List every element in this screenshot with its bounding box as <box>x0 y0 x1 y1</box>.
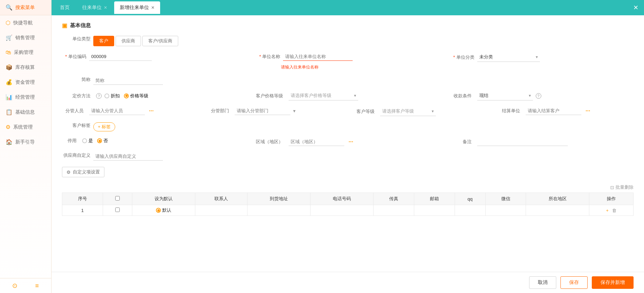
chevron-down-icon: ▾ <box>354 93 356 98</box>
sidebar-item-guide[interactable]: 🏠 新手引导 <box>0 135 51 149</box>
disable-radio-group: 是 否 <box>82 138 108 144</box>
unit-code-label: 单位编码 <box>62 54 86 60</box>
pricing-row: 定价方法 ? 折扣 价格等级 客户价格等级 请选择客户价格等级 <box>62 91 634 100</box>
row-email <box>414 205 455 216</box>
tab-home[interactable]: 首页 <box>54 1 75 14</box>
batch-delete-label[interactable]: 批量删除 <box>615 184 634 190</box>
manager-group: 分管人员 ··· <box>62 107 197 115</box>
manager-more-button[interactable]: ··· <box>148 108 155 114</box>
pricing-discount[interactable]: 折扣 <box>104 93 120 99</box>
col-address: 到货地址 <box>247 193 310 205</box>
settle-unit-input[interactable] <box>526 107 581 115</box>
row-wechat <box>485 205 526 216</box>
note-label: 备注 <box>450 139 474 145</box>
box-icon: 📦 <box>6 64 13 71</box>
pricing-help-icon[interactable]: ? <box>96 93 102 99</box>
col-action: 操作 <box>589 193 633 205</box>
sidebar-bottom-left-icon[interactable]: ⊙ <box>12 282 17 290</box>
sidebar-item-search[interactable]: 🔍 搜索菜单 <box>0 0 51 15</box>
row-checkbox-input[interactable] <box>115 207 120 212</box>
pricing-price-level[interactable]: 价格等级 <box>124 93 148 99</box>
tab-units-close[interactable]: ✕ <box>104 5 107 10</box>
type-btn-customer[interactable]: 客户 <box>93 36 114 46</box>
tab-close-all-button[interactable]: ✕ <box>630 2 641 13</box>
customer-level-select[interactable]: 请选择客户等级 ▾ <box>380 107 436 116</box>
save-button[interactable]: 保存 <box>560 276 588 289</box>
sidebar-item-inventory[interactable]: 📦 库存核算 <box>0 60 51 75</box>
settle-unit-more-button[interactable]: ··· <box>584 108 591 114</box>
select-all-checkbox[interactable] <box>115 196 120 201</box>
manager-input[interactable] <box>89 107 145 115</box>
col-wechat: 微信 <box>485 193 526 205</box>
default-radio[interactable] <box>156 208 161 213</box>
pricing-radio-group: 折扣 价格等级 <box>104 93 148 99</box>
tab-new-unit[interactable]: 新增往来单位 ✕ <box>114 1 160 14</box>
price-level-radio[interactable] <box>124 93 129 98</box>
delete-row-button[interactable]: 🗑 <box>612 208 616 213</box>
chevron-down-icon: ▾ <box>529 93 531 98</box>
row-fax <box>374 205 414 216</box>
add-row-button[interactable]: + <box>606 208 609 213</box>
no-radio[interactable] <box>97 138 102 143</box>
disable-label: 停用 <box>62 138 79 144</box>
type-btn-both[interactable]: 客户/供应商 <box>142 36 178 46</box>
col-checkbox <box>103 193 132 205</box>
row-checkbox <box>103 205 132 216</box>
chevron-down-icon: ▾ <box>536 55 538 59</box>
yes-radio[interactable] <box>82 138 87 143</box>
disable-yes[interactable]: 是 <box>82 138 93 144</box>
supplier-custom-input[interactable] <box>93 152 163 161</box>
discount-radio[interactable] <box>104 93 109 98</box>
batch-delete-icon: ⊡ <box>610 185 614 190</box>
unit-category-label: 单位分类 <box>450 54 474 60</box>
dept-input[interactable] <box>235 107 290 115</box>
pricing-group: 定价方法 ? 折扣 价格等级 <box>62 93 245 99</box>
tab-bar: 首页 往来单位 ✕ 新增往来单位 ✕ ✕ <box>52 0 644 15</box>
tab-units[interactable]: 往来单位 ✕ <box>77 1 113 14</box>
row-default-radio[interactable]: 默认 <box>136 207 191 213</box>
sidebar-item-purchase[interactable]: 🛍 采购管理 <box>0 45 51 60</box>
section-icon: ▣ <box>62 22 67 29</box>
unit-code-input[interactable] <box>89 52 152 61</box>
region-more-button[interactable]: ··· <box>347 139 354 145</box>
disable-no[interactable]: 否 <box>97 138 108 144</box>
bag-icon: 🛍 <box>6 49 11 56</box>
customer-price-select[interactable]: 请选择客户价格等级 ▾ <box>289 91 358 100</box>
add-tag-button[interactable]: + 标签 <box>93 122 115 131</box>
cancel-button[interactable]: 取消 <box>529 276 556 289</box>
unit-code-group: 单位编码 <box>62 52 245 61</box>
manager-row: 分管人员 ··· 分管部门 ▾ 客户等级 请选择客户等级 ▾ 结算单位 ··· <box>62 107 634 116</box>
search-icon: 🔍 <box>6 4 13 11</box>
unit-name-label: 单位名称 <box>256 54 280 60</box>
sidebar-item-sales[interactable]: 🛒 销售管理 <box>0 30 51 45</box>
tab-new-unit-close[interactable]: ✕ <box>151 5 155 10</box>
sidebar-item-basic-info[interactable]: 📋 基础信息 <box>0 105 51 120</box>
disable-group: 停用 是 否 <box>62 138 245 144</box>
list-icon: 📋 <box>6 109 13 115</box>
unit-name-input[interactable] <box>283 52 353 61</box>
unit-type-row: 单位类型 客户 供应商 客户/供应商 <box>62 36 634 46</box>
dept-group: 分管部门 ▾ <box>207 107 343 115</box>
custom-settings-area: ⚙ 自定义项设置 <box>62 167 634 181</box>
custom-settings-button[interactable]: ⚙ 自定义项设置 <box>62 167 104 177</box>
region-input[interactable] <box>289 138 344 146</box>
pricing-label: 定价方法 <box>62 93 93 99</box>
note-input[interactable] <box>477 138 568 146</box>
customer-price-label: 客户价格等级 <box>256 93 286 99</box>
save-add-button[interactable]: 保存并新增 <box>592 276 634 289</box>
content-area: ▣ 基本信息 单位类型 客户 供应商 客户/供应商 单位编码 单位名称 <box>52 15 644 272</box>
short-name-input[interactable] <box>93 76 163 85</box>
sidebar-item-operations[interactable]: 📊 经营管理 <box>0 90 51 105</box>
sidebar-item-quick-nav[interactable]: ⬡ 快捷导航 <box>0 15 51 30</box>
unit-category-select[interactable]: 未分类 ▾ <box>477 52 540 62</box>
sidebar-bottom-right-icon[interactable]: ≡ <box>35 282 39 290</box>
sidebar-item-finance[interactable]: 💰 资金管理 <box>0 75 51 90</box>
type-btn-supplier[interactable]: 供应商 <box>116 36 141 46</box>
payment-group: 收款条件 现结 ▾ ? <box>450 91 634 100</box>
sidebar-item-system[interactable]: ⚙ 系统管理 <box>0 120 51 135</box>
short-name-row: 简称 <box>62 76 634 85</box>
payment-select[interactable]: 现结 ▾ <box>477 91 533 100</box>
supplier-custom-label: 供应商自定义 <box>62 152 93 158</box>
customer-price-group: 客户价格等级 请选择客户价格等级 ▾ <box>256 91 439 100</box>
payment-help-icon[interactable]: ? <box>536 93 541 99</box>
